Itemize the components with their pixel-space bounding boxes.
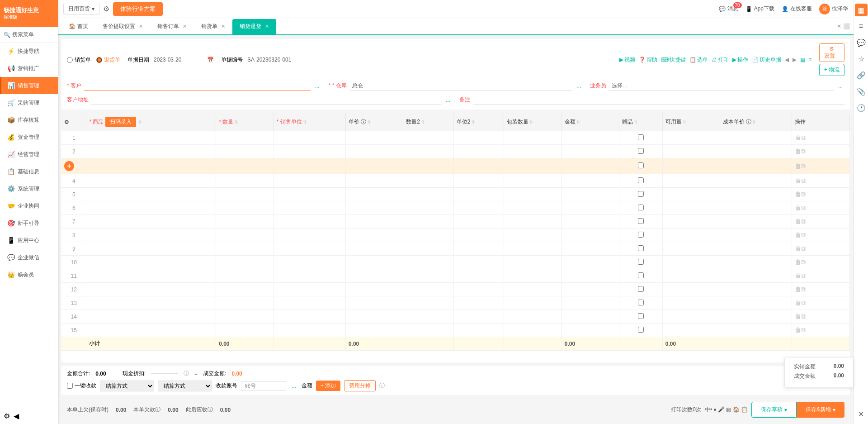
account-input[interactable] bbox=[241, 381, 286, 391]
cost-unit-sort-icon[interactable]: ⇅ bbox=[752, 119, 756, 124]
radio-sale-return[interactable]: 退货单 bbox=[96, 56, 120, 64]
copy-row-icon[interactable]: ⧉ bbox=[801, 177, 806, 184]
copy-row-icon[interactable]: ⧉ bbox=[801, 191, 806, 198]
video-btn[interactable]: ▶ 视频 bbox=[619, 56, 635, 64]
sidebar-search[interactable]: 🔍 搜索菜单 bbox=[0, 27, 58, 43]
tab-sale-delivery[interactable]: 销货单 ✕ bbox=[194, 19, 232, 35]
category-select[interactable]: 日用百货 ▾ bbox=[63, 3, 99, 15]
right-panel-btn-star[interactable]: ☆ bbox=[855, 52, 868, 65]
delete-row-icon[interactable]: 🗑 bbox=[795, 258, 801, 266]
gift-sort-icon[interactable]: ⇅ bbox=[634, 119, 637, 124]
pkg-qty-sort-icon[interactable]: ⇅ bbox=[529, 119, 533, 124]
delete-row-icon[interactable]: 🗑 bbox=[795, 245, 801, 252]
delete-row-icon[interactable]: 🗑 bbox=[795, 191, 801, 198]
copy-row-icon[interactable]: ⧉ bbox=[801, 162, 806, 170]
amount-cell[interactable] bbox=[561, 145, 619, 158]
app-download-btn[interactable]: 📱 App下载 bbox=[745, 5, 774, 13]
print-btn[interactable]: 🖨 打印 bbox=[712, 56, 729, 64]
calculation-method-select[interactable]: 结算方式 bbox=[158, 381, 212, 391]
sidebar-item-wechat[interactable]: 💬 企业微信 bbox=[0, 249, 58, 266]
delete-row-icon[interactable]: 🗑 bbox=[795, 272, 801, 279]
settings-icon[interactable]: ⚙ bbox=[103, 5, 109, 13]
copy-row-icon[interactable]: ⧉ bbox=[801, 218, 806, 225]
pkg-qty-cell-active[interactable] bbox=[504, 158, 561, 174]
staff-ellipsis[interactable]: ... bbox=[836, 82, 844, 90]
tab-home[interactable]: 🏠 首页 bbox=[61, 19, 95, 35]
user-avatar[interactable]: 徐 徐泽华 bbox=[819, 4, 848, 14]
customer-input[interactable] bbox=[84, 81, 311, 91]
pkg-qty-cell[interactable] bbox=[504, 145, 561, 158]
customer-ellipsis[interactable]: ... bbox=[313, 82, 321, 90]
unit-price-cell[interactable] bbox=[345, 131, 403, 145]
sidebar-item-enterprise[interactable]: 🤝 企业协同 bbox=[0, 197, 58, 214]
gift-cell[interactable] bbox=[619, 145, 663, 158]
view-grid-btn[interactable]: ▦ bbox=[800, 57, 805, 63]
prev-record-btn[interactable]: ◀ bbox=[785, 57, 789, 63]
delete-row-icon[interactable]: 🗑 bbox=[795, 148, 801, 155]
save-draft-btn[interactable]: 保存草稿 ▾ bbox=[751, 402, 797, 418]
unit2-cell[interactable] bbox=[453, 131, 504, 145]
delete-row-icon[interactable]: 🗑 bbox=[795, 162, 801, 170]
copy-row-icon[interactable]: ⧉ bbox=[801, 286, 806, 293]
tab-sale-return[interactable]: 销货退货 ✕ bbox=[232, 19, 276, 35]
right-panel-btn-comment[interactable]: 💬 bbox=[855, 36, 868, 49]
qty2-cell[interactable] bbox=[403, 145, 454, 158]
sidebar-item-member[interactable]: 👑 畅会员 bbox=[0, 266, 58, 283]
right-panel-btn-history[interactable]: 🕐 bbox=[855, 101, 868, 114]
next-record-btn[interactable]: ▶ bbox=[793, 57, 797, 63]
sidebar-item-finance[interactable]: 💰 资金管理 bbox=[0, 129, 58, 146]
delete-row-icon[interactable]: 🗑 bbox=[795, 231, 801, 238]
qty2-sort-icon[interactable]: ⇅ bbox=[421, 119, 425, 124]
select-btn[interactable]: 📋 选单 bbox=[689, 56, 708, 64]
message-btn[interactable]: 💬 消息 70 bbox=[719, 5, 738, 13]
gift-cell-active[interactable] bbox=[619, 158, 663, 174]
unit2-sort-icon[interactable]: ⇅ bbox=[471, 119, 475, 124]
qty2-cell[interactable] bbox=[403, 131, 454, 145]
save-new-btn[interactable]: 保存&新增 ▾ bbox=[797, 402, 844, 418]
cost-unit-cell-active[interactable] bbox=[720, 158, 792, 174]
tab-sale-order-close[interactable]: ✕ bbox=[183, 24, 187, 29]
copy-row-icon[interactable]: ⧉ bbox=[801, 272, 806, 279]
experience-btn[interactable]: 体验行业方案 bbox=[113, 2, 163, 16]
tab-sale-order[interactable]: 销售订单 ✕ bbox=[150, 19, 194, 35]
staff-input[interactable] bbox=[609, 81, 834, 91]
sidebar-item-operation[interactable]: 📈 经营管理 bbox=[0, 146, 58, 163]
calendar-icon[interactable]: 📅 bbox=[207, 57, 214, 63]
cost-unit-cell[interactable] bbox=[720, 145, 792, 158]
sidebar-item-sales[interactable]: 📊 销售管理 bbox=[0, 77, 58, 94]
operate-btn[interactable]: ▶ 操作 bbox=[732, 56, 748, 64]
delete-row-icon[interactable]: 🗑 bbox=[795, 313, 801, 320]
sidebar-item-marketing[interactable]: 📢 营销推广 bbox=[0, 60, 58, 77]
address-ellipsis[interactable]: ... bbox=[444, 96, 452, 104]
tab-sale-price-setting[interactable]: 售价提取设置 ✕ bbox=[95, 19, 150, 35]
amount-sort-icon[interactable]: ⇅ bbox=[576, 119, 580, 124]
settlement-method-select[interactable]: 结算方式 bbox=[100, 381, 154, 391]
product-cell[interactable] bbox=[86, 131, 216, 145]
tab-sale-return-close[interactable]: ✕ bbox=[265, 24, 269, 29]
right-panel-btn-attachment[interactable]: 📎 bbox=[855, 85, 868, 98]
sidebar-item-quick-nav[interactable]: ⚡ 快捷导航 bbox=[0, 43, 58, 60]
right-panel-btn-link[interactable]: 🔗 bbox=[855, 69, 868, 81]
delete-row-icon[interactable]: 🗑 bbox=[795, 218, 801, 225]
pkg-qty-cell[interactable] bbox=[504, 131, 561, 145]
qty2-cell-active[interactable] bbox=[403, 158, 454, 174]
unit2-cell[interactable] bbox=[453, 145, 504, 158]
warehouse-input[interactable] bbox=[349, 81, 572, 91]
unit2-cell-active[interactable] bbox=[453, 158, 504, 174]
sidebar-item-purchase[interactable]: 🛒 采购管理 bbox=[0, 94, 58, 111]
sidebar-item-guide[interactable]: 🎯 新手引导 bbox=[0, 214, 58, 232]
product-sort-icon[interactable]: ⇅ bbox=[138, 119, 142, 124]
sidebar-item-basic-info[interactable]: 📋 基础信息 bbox=[0, 163, 58, 180]
delete-row-icon[interactable]: 🗑 bbox=[795, 326, 801, 333]
account-ellipsis[interactable]: ... bbox=[290, 382, 298, 390]
unit-price-cell[interactable] bbox=[345, 145, 403, 158]
qty-cell[interactable] bbox=[216, 131, 274, 145]
copy-row-icon[interactable]: ⧉ bbox=[801, 204, 806, 211]
collapse-icon[interactable]: ◀ bbox=[14, 412, 19, 420]
close-window-icon[interactable]: ✕ bbox=[837, 23, 841, 29]
right-panel-btn-list[interactable]: ≡ bbox=[855, 20, 868, 33]
copy-row-icon[interactable]: ⧉ bbox=[801, 134, 806, 141]
sidebar-item-app-center[interactable]: 📱 应用中心 bbox=[0, 232, 58, 249]
tab-sale-delivery-close[interactable]: ✕ bbox=[221, 24, 225, 29]
delete-row-icon[interactable]: 🗑 bbox=[795, 204, 801, 211]
